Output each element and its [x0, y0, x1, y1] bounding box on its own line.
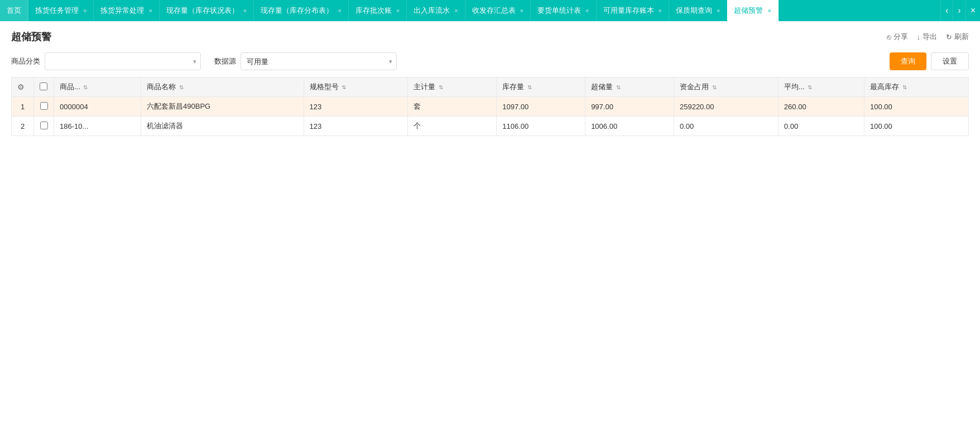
col-unit: 主计量 ⇅ [408, 77, 497, 97]
category-label: 商品分类 [11, 56, 40, 66]
col-spec-label: 规格型号 [310, 83, 339, 91]
filter-row: 商品分类 ▾ 数据源 可用量 库存量 ▾ 查询 设置 [11, 52, 969, 70]
nav-label-overstock: 超储预警 [734, 6, 763, 16]
cell-max-stock-0: 100.00 [864, 97, 969, 117]
cell-unit-0: 套 [408, 97, 497, 117]
nav-item-order-stats[interactable]: 要货单统计表 × [531, 0, 596, 21]
page-title: 超储预警 [11, 30, 51, 43]
row-checkbox-1[interactable] [40, 122, 48, 129]
nav-item-stock-dist[interactable]: 现存量（库存分布表） × [254, 0, 348, 21]
nav-item-overstock[interactable]: 超储预警 × [727, 0, 778, 21]
close-icon-available[interactable]: × [659, 7, 662, 14]
close-icon-task[interactable]: × [83, 7, 87, 14]
col-max-stock: 最高库存 ⇅ [864, 77, 969, 97]
col-overstock-label: 超储量 [591, 83, 613, 91]
nav-arrow-right[interactable]: › [953, 0, 965, 21]
close-icon-order-stats[interactable]: × [585, 7, 589, 14]
query-button[interactable]: 查询 [890, 52, 926, 70]
col-avg: 平均... ⇅ [778, 77, 864, 97]
refresh-label: 刷新 [954, 32, 969, 42]
close-icon-stock-status[interactable]: × [243, 7, 247, 14]
nav-label-batch: 库存批次账 [356, 6, 392, 16]
checkbox-col-header [34, 77, 54, 97]
cell-avg-1: 0.00 [778, 117, 864, 136]
nav-label-stock-status: 现存量（库存状况表） [166, 6, 239, 16]
settings-button[interactable]: 设置 [931, 52, 969, 70]
sort-icon-unit[interactable]: ⇅ [439, 84, 443, 90]
header-actions: ⎋ 分享 ↓ 导出 ↻ 刷新 [887, 32, 969, 42]
nav-item-exception[interactable]: 拣货异常处理 × [94, 0, 159, 21]
close-icon-stock-dist[interactable]: × [338, 7, 341, 14]
row-num-0: 1 [12, 97, 34, 117]
share-action[interactable]: ⎋ 分享 [887, 32, 908, 42]
nav-label-exception: 拣货异常处理 [100, 6, 144, 16]
col-product-name-label: 商品名称 [147, 83, 176, 91]
close-icon-overstock[interactable]: × [767, 7, 771, 14]
cell-product-name-0: 六配套新昌490BPG [141, 97, 304, 117]
page-content: 超储预警 ⎋ 分享 ↓ 导出 ↻ 刷新 商品分类 ▾ [0, 21, 980, 145]
nav-item-summary[interactable]: 收发存汇总表 × [465, 0, 531, 21]
settings-col-header: ⚙ [12, 77, 34, 97]
table-row: 1 0000004 六配套新昌490BPG 123 套 1097.00 997.… [12, 97, 969, 117]
close-icon-quality[interactable]: × [717, 7, 720, 14]
table-body: 1 0000004 六配套新昌490BPG 123 套 1097.00 997.… [12, 97, 969, 136]
col-overstock: 超储量 ⇅ [585, 77, 674, 97]
nav-item-quality[interactable]: 保质期查询 × [669, 0, 727, 21]
sort-icon-product-name[interactable]: ⇅ [179, 84, 184, 90]
category-select[interactable] [45, 52, 201, 70]
nav-label-summary: 收发存汇总表 [472, 6, 516, 16]
close-icon-inout[interactable]: × [454, 7, 458, 14]
sort-icon-capital[interactable]: ⇅ [712, 84, 717, 90]
sort-icon-spec[interactable]: ⇅ [342, 84, 346, 90]
refresh-icon: ↻ [946, 33, 952, 41]
cell-overstock-1: 1006.00 [585, 117, 674, 136]
share-icon: ⎋ [887, 33, 891, 41]
cell-inventory-1: 1106.00 [497, 117, 585, 136]
nav-item-home[interactable]: 首页 [0, 0, 28, 21]
export-action[interactable]: ↓ 导出 [917, 32, 938, 42]
close-icon-batch[interactable]: × [396, 7, 400, 14]
top-navigation: 首页 拣货任务管理 × 拣货异常处理 × 现存量（库存状况表） × 现存量（库存… [0, 0, 980, 21]
datasource-select[interactable]: 可用量 库存量 [241, 52, 397, 70]
row-checkbox-0[interactable] [40, 102, 48, 110]
nav-arrow-left[interactable]: ‹ [940, 0, 953, 21]
close-icon-summary[interactable]: × [520, 7, 523, 14]
datasource-filter: 数据源 可用量 库存量 ▾ [214, 52, 397, 70]
nav-item-available[interactable]: 可用量库存账本 × [597, 0, 669, 21]
select-all-checkbox[interactable] [40, 83, 47, 90]
export-icon: ↓ [917, 33, 921, 41]
nav-arrow-close[interactable]: × [965, 0, 980, 21]
cell-spec-1: 123 [304, 117, 408, 136]
nav-item-inout[interactable]: 出入库流水 × [407, 0, 465, 21]
nav-label-available: 可用量库存账本 [603, 6, 654, 16]
col-inventory-label: 库存量 [502, 83, 524, 91]
header-row: ⚙ 商品... ⇅ 商品名称 ⇅ 规格型号 ⇅ 主计量 [12, 77, 969, 97]
close-icon-exception[interactable]: × [148, 7, 152, 14]
row-num-1: 2 [12, 117, 34, 136]
cell-capital-0: 259220.00 [674, 97, 778, 117]
sort-icon-avg[interactable]: ⇅ [808, 84, 812, 90]
col-spec: 规格型号 ⇅ [304, 77, 408, 97]
sort-icon-inventory[interactable]: ⇅ [527, 84, 532, 90]
sort-icon-overstock[interactable]: ⇅ [616, 84, 621, 90]
refresh-action[interactable]: ↻ 刷新 [946, 32, 969, 42]
col-product-code-label: 商品... [60, 83, 80, 91]
datasource-select-wrapper: 可用量 库存量 ▾ [241, 52, 397, 70]
sort-icon-product-code[interactable]: ⇅ [83, 84, 88, 90]
nav-label-quality: 保质期查询 [676, 6, 712, 16]
filter-actions: 查询 设置 [890, 52, 969, 70]
page-header: 超储预警 ⎋ 分享 ↓ 导出 ↻ 刷新 [11, 30, 969, 43]
gear-icon[interactable]: ⚙ [17, 83, 25, 91]
row-checkbox-col-1 [34, 117, 54, 136]
col-max-stock-label: 最高库存 [870, 83, 899, 91]
table-header: ⚙ 商品... ⇅ 商品名称 ⇅ 规格型号 ⇅ 主计量 [12, 77, 969, 97]
cell-inventory-0: 1097.00 [497, 97, 585, 117]
col-product-name: 商品名称 ⇅ [141, 77, 304, 97]
sort-icon-max-stock[interactable]: ⇅ [902, 84, 907, 90]
nav-item-batch[interactable]: 库存批次账 × [349, 0, 407, 21]
cell-avg-0: 260.00 [778, 97, 864, 117]
nav-label-task: 拣货任务管理 [35, 6, 79, 16]
nav-item-stock-status[interactable]: 现存量（库存状况表） × [160, 0, 254, 21]
nav-item-task[interactable]: 拣货任务管理 × [28, 0, 94, 21]
cell-product-name-1: 机油滤清器 [141, 117, 304, 136]
